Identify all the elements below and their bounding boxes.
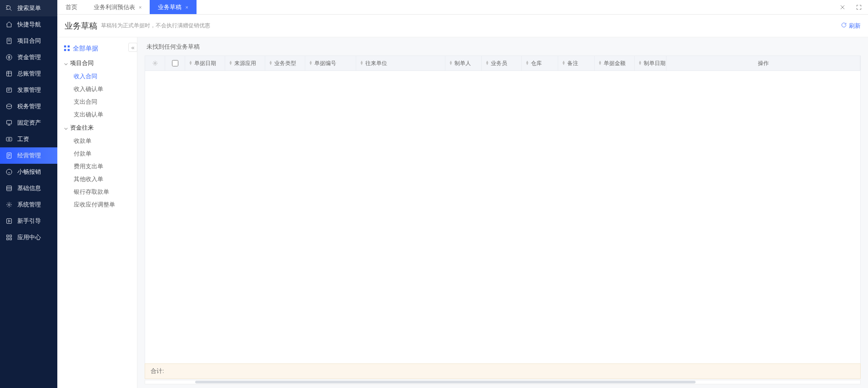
category-sidebar: 全部单据 « 项目合同 收入合同 收入确认单 支出合同 支出确认单 — [57, 37, 137, 388]
tab-business-draft[interactable]: 业务草稿 × — [150, 0, 196, 14]
svg-point-28 — [8, 204, 10, 206]
close-icon[interactable]: × — [185, 5, 188, 10]
refresh-button[interactable]: 刷新 — [841, 22, 861, 30]
sidebar-item-search-menu[interactable]: 搜索菜单 — [0, 0, 57, 16]
sidebar-item-guide[interactable]: 新手引导 — [0, 213, 57, 229]
horizontal-scrollbar[interactable] — [145, 380, 861, 384]
col-header-biz-type[interactable]: ▲▼ 业务类型 — [265, 56, 305, 71]
grid-icon — [64, 45, 70, 53]
group-project-contract[interactable]: 项目合同 — [57, 56, 137, 70]
sidebar-item-system[interactable]: 系统管理 — [0, 197, 57, 213]
all-documents-link[interactable]: 全部单据 — [57, 41, 137, 56]
money-icon — [5, 54, 13, 61]
sidebar-item-tax[interactable]: 税务管理 — [0, 98, 57, 115]
column-settings-button[interactable] — [145, 56, 165, 71]
sort-icon: ▲▼ — [485, 61, 489, 66]
scrollbar-thumb[interactable] — [195, 381, 696, 383]
svg-rect-29 — [7, 219, 12, 224]
svg-rect-25 — [7, 186, 12, 191]
tab-bar: 首页 业务利润预估表 × 业务草稿 × — [57, 0, 868, 15]
sort-icon: ▲▼ — [562, 61, 565, 66]
system-icon — [5, 201, 13, 208]
group-fund-flow[interactable]: 资金往来 — [57, 121, 137, 135]
home-icon — [5, 21, 13, 28]
sidebar-item-salary[interactable]: 工资 — [0, 131, 57, 147]
sidebar-item-invoice[interactable]: 发票管理 — [0, 82, 57, 98]
subitem-other-income[interactable]: 其他收入单 — [57, 173, 137, 186]
subitem-expense-confirm[interactable]: 支出确认单 — [57, 108, 137, 121]
sort-icon: ▲▼ — [309, 61, 313, 66]
sidebar-item-app-center[interactable]: 应用中心 — [0, 229, 57, 246]
base-icon — [5, 185, 13, 192]
sort-icon: ▲▼ — [449, 61, 453, 66]
asset-icon — [5, 119, 13, 126]
subitem-income-contract[interactable]: 收入合同 — [57, 70, 137, 83]
subitem-expense-voucher[interactable]: 费用支出单 — [57, 160, 137, 173]
chevron-down-icon — [64, 61, 68, 66]
sidebar-label: 项目合同 — [17, 37, 41, 45]
page-title: 业务草稿 — [65, 20, 97, 31]
chevron-down-icon — [64, 126, 68, 130]
sidebar-item-reimburse[interactable]: 小畅报销 — [0, 164, 57, 180]
table-footer-sum: 合计: — [145, 363, 861, 379]
col-header-maker[interactable]: ▲▼ 制单人 — [445, 56, 482, 71]
table-wrap: ▲▼ 单据日期 ▲▼ 来源应用 ▲▼ 业务类型 ▲▼ — [145, 55, 861, 384]
group-fund-flow-items: 收款单 付款单 费用支出单 其他收入单 银行存取款单 应收应付调整单 — [57, 135, 137, 211]
apps-icon — [5, 234, 13, 241]
close-icon[interactable]: × — [139, 5, 141, 10]
collapse-sidebar-button[interactable]: « — [128, 43, 137, 52]
subitem-bank-transfer[interactable]: 银行存取款单 — [57, 186, 137, 198]
select-all-checkbox[interactable] — [172, 60, 178, 66]
sort-icon: ▲▼ — [525, 61, 529, 66]
svg-rect-37 — [64, 45, 66, 47]
sidebar-item-base-info[interactable]: 基础信息 — [0, 180, 57, 197]
svg-rect-33 — [7, 238, 9, 240]
col-header-amount[interactable]: ▲▼ 单据金额 — [595, 56, 635, 71]
svg-rect-12 — [7, 88, 12, 92]
tab-home[interactable]: 首页 — [57, 0, 86, 14]
subitem-receipt[interactable]: 收款单 — [57, 135, 137, 147]
sidebar-item-fixed-asset[interactable]: 固定资产 — [0, 115, 57, 131]
svg-rect-18 — [6, 137, 12, 141]
reimburse-icon — [5, 168, 13, 176]
subitem-expense-contract[interactable]: 支出合同 — [57, 96, 137, 108]
sidebar-item-quick-nav[interactable]: 快捷导航 — [0, 16, 57, 33]
sidebar-label: 小畅报销 — [17, 168, 41, 176]
guide-icon — [5, 217, 13, 225]
subitem-ar-ap-adjust[interactable]: 应收应付调整单 — [57, 198, 137, 211]
app-root: 搜索菜单 快捷导航 项目合同 资金管理 总账管理 — [0, 0, 868, 388]
fullscreen-button[interactable] — [853, 1, 865, 14]
col-header-warehouse[interactable]: ▲▼ 仓库 — [522, 56, 558, 71]
col-header-source-app[interactable]: ▲▼ 来源应用 — [225, 56, 265, 71]
content-row: 全部单据 « 项目合同 收入合同 收入确认单 支出合同 支出确认单 — [57, 37, 868, 388]
col-header-date[interactable]: ▲▼ 单据日期 — [185, 56, 225, 71]
tab-profit-estimate[interactable]: 业务利润预估表 × — [86, 0, 150, 14]
svg-point-41 — [154, 62, 156, 64]
svg-rect-9 — [7, 71, 12, 76]
sort-icon: ▲▼ — [598, 61, 602, 66]
subitem-payment[interactable]: 付款单 — [57, 147, 137, 160]
col-header-counterparty[interactable]: ▲▼ 往来单位 — [356, 56, 445, 71]
close-all-tabs-button[interactable] — [836, 1, 849, 14]
refresh-icon — [841, 22, 847, 30]
invoice-icon — [5, 86, 13, 94]
sidebar-label: 快捷导航 — [17, 20, 41, 29]
sidebar-label: 发票管理 — [17, 86, 41, 94]
table-body-empty — [145, 71, 861, 363]
sidebar-item-fund-mgmt[interactable]: 资金管理 — [0, 49, 57, 66]
subitem-income-confirm[interactable]: 收入确认单 — [57, 83, 137, 96]
table-area: 未找到任何业务草稿 ▲▼ 单据日期 — [137, 37, 868, 388]
sidebar-item-ledger[interactable]: 总账管理 — [0, 66, 57, 82]
col-header-doc-number[interactable]: ▲▼ 单据编号 — [305, 56, 356, 71]
table-header-row: ▲▼ 单据日期 ▲▼ 来源应用 ▲▼ 业务类型 ▲▼ — [145, 55, 861, 71]
sidebar-item-operation-mgmt[interactable]: 经营管理 — [0, 147, 57, 164]
col-header-make-date[interactable]: ▲▼ 制单日期 — [635, 56, 666, 71]
operate-icon — [5, 152, 13, 159]
svg-rect-15 — [7, 121, 12, 124]
sidebar-label: 经营管理 — [17, 151, 41, 160]
sidebar-label: 系统管理 — [17, 201, 41, 209]
col-header-salesperson[interactable]: ▲▼ 业务员 — [482, 56, 522, 71]
sidebar-item-project-contract[interactable]: 项目合同 — [0, 33, 57, 49]
col-header-note[interactable]: ▲▼ 备注 — [558, 56, 595, 71]
tab-label: 业务草稿 — [158, 3, 182, 11]
